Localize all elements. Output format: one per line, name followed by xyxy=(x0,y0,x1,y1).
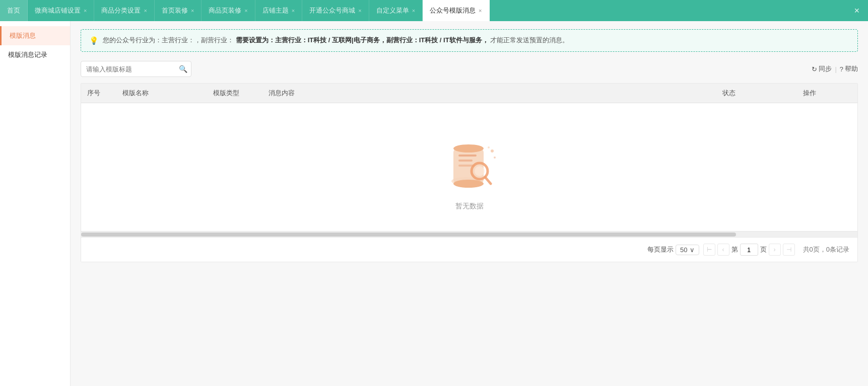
empty-text: 暂无数据 xyxy=(455,202,484,211)
main-content: 💡 您的公众号行业为：主营行业：，副营行业： 需要设置为：主营行业：IT科技 /… xyxy=(71,21,868,386)
tab-custommenu-label: 自定义菜单 xyxy=(376,6,409,15)
banner-prefix: 您的公众号行业为：主营行业：，副营行业： xyxy=(103,36,234,44)
tab-productpage-label: 商品页装修 xyxy=(209,6,241,15)
col-action: 操作 xyxy=(797,84,857,103)
total-info: 共0页，0条记录 xyxy=(803,245,849,254)
tab-productpage-close[interactable]: × xyxy=(244,8,247,14)
global-close-button[interactable]: ✕ xyxy=(846,7,868,15)
sidebar-item-template-msg-log[interactable]: 模版消息记录 xyxy=(0,45,70,64)
tab-homepage-label: 首页装修 xyxy=(162,6,188,15)
search-bar: 🔍 ↻ 同步 | ? 帮助 xyxy=(81,61,858,77)
empty-illustration xyxy=(439,133,500,194)
help-button[interactable]: ? 帮助 xyxy=(840,64,858,73)
tab-productpage[interactable]: 商品页装修 × xyxy=(202,0,255,21)
tab-weishop-close[interactable]: × xyxy=(84,8,87,14)
top-navigation: 首页 微商城店铺设置 × 商品分类设置 × 首页装修 × 商品页装修 × 店铺主… xyxy=(0,0,868,21)
tab-shoptheme-label: 店铺主题 xyxy=(262,6,289,15)
svg-point-12 xyxy=(488,146,490,148)
tab-templatemsg[interactable]: 公众号模版消息 × xyxy=(423,0,489,21)
tab-templatemsg-label: 公众号模版消息 xyxy=(430,6,476,15)
svg-point-3 xyxy=(453,180,484,188)
prev-page-button[interactable]: ‹ xyxy=(717,244,729,256)
tab-custommenu-close[interactable]: × xyxy=(412,8,415,14)
tab-custommenu[interactable]: 自定义菜单 × xyxy=(369,0,423,21)
page-input[interactable] xyxy=(740,244,758,256)
svg-point-8 xyxy=(475,166,485,176)
help-label: 帮助 xyxy=(845,64,858,73)
page-label: 第 xyxy=(731,245,738,254)
scrollbar-thumb xyxy=(81,233,736,237)
svg-point-2 xyxy=(453,144,484,152)
tab-category[interactable]: 商品分类设置 × xyxy=(94,0,154,21)
tab-shoptheme-close[interactable]: × xyxy=(292,8,295,14)
sync-icon: ↻ xyxy=(812,65,817,73)
page-size-select: 每页显示 50 ∨ xyxy=(647,245,699,255)
banner-highlight: 需要设置为：主营行业：IT科技 / 互联网|电子商务，副营行业：IT科技 / I… xyxy=(236,36,489,44)
tab-weishop[interactable]: 微商城店铺设置 × xyxy=(28,0,94,21)
tab-home-label: 首页 xyxy=(7,6,20,15)
data-table: 序号 模版名称 模版类型 消息内容 状态 操作 xyxy=(81,83,858,262)
search-input[interactable] xyxy=(81,61,191,77)
sidebar-item-template-msg-label: 模版消息 xyxy=(10,32,36,39)
search-icon[interactable]: 🔍 xyxy=(179,65,187,73)
tab-home[interactable]: 首页 xyxy=(0,0,28,21)
main-layout: 模版消息 模版消息记录 💡 您的公众号行业为：主营行业：，副营行业： 需要设置为… xyxy=(0,21,868,386)
toolbar-divider: | xyxy=(835,65,836,73)
chevron-down-icon: ∨ xyxy=(690,246,695,254)
table-scrollbar[interactable] xyxy=(81,231,857,237)
tab-templatemsg-close[interactable]: × xyxy=(479,8,482,14)
tab-homepage-close[interactable]: × xyxy=(191,8,194,14)
page-size-value: 50 xyxy=(680,246,687,254)
page-size-dropdown[interactable]: 50 ∨ xyxy=(676,245,699,255)
svg-rect-5 xyxy=(458,160,473,162)
col-name: 模版名称 xyxy=(116,84,207,103)
search-left: 🔍 xyxy=(81,61,191,77)
col-type: 模版类型 xyxy=(207,84,262,103)
col-index: 序号 xyxy=(81,84,116,103)
svg-line-9 xyxy=(485,177,491,184)
last-page-button[interactable]: ⊣ xyxy=(783,244,795,256)
tab-openshop-close[interactable]: × xyxy=(358,8,361,14)
svg-rect-4 xyxy=(458,155,477,157)
info-banner: 💡 您的公众号行业为：主营行业：，副营行业： 需要设置为：主营行业：IT科技 /… xyxy=(81,29,858,52)
sync-label: 同步 xyxy=(819,64,832,73)
tab-category-label: 商品分类设置 xyxy=(101,6,141,15)
pagination: 每页显示 50 ∨ ⊢ ‹ 第 页 › ⊣ 共0页，0条记录 xyxy=(81,237,857,262)
table-header: 序号 模版名称 模版类型 消息内容 状态 操作 xyxy=(81,84,857,103)
search-input-wrap: 🔍 xyxy=(81,61,191,77)
next-page-button[interactable]: › xyxy=(769,244,781,256)
tab-openshop-label: 开通公众号商城 xyxy=(309,6,355,15)
empty-state: 暂无数据 xyxy=(81,103,857,231)
tab-weishop-label: 微商城店铺设置 xyxy=(35,6,81,15)
col-content: 消息内容 xyxy=(262,84,716,103)
sidebar: 模版消息 模版消息记录 xyxy=(0,21,71,386)
col-status: 状态 xyxy=(716,84,797,103)
svg-point-10 xyxy=(491,149,494,152)
sidebar-item-template-msg-log-label: 模版消息记录 xyxy=(8,51,47,58)
page-unit: 页 xyxy=(760,245,767,254)
page-size-label: 每页显示 xyxy=(647,245,674,254)
sync-button[interactable]: ↻ 同步 xyxy=(812,64,832,73)
svg-point-11 xyxy=(494,157,496,159)
tab-category-close[interactable]: × xyxy=(144,8,147,14)
lightbulb-icon: 💡 xyxy=(89,36,99,45)
tab-openshop[interactable]: 开通公众号商城 × xyxy=(302,0,369,21)
tab-shoptheme[interactable]: 店铺主题 × xyxy=(255,0,302,21)
tab-homepage[interactable]: 首页装修 × xyxy=(155,0,202,21)
banner-text: 您的公众号行业为：主营行业：，副营行业： 需要设置为：主营行业：IT科技 / 互… xyxy=(103,36,569,45)
toolbar-right: ↻ 同步 | ? 帮助 xyxy=(812,64,858,73)
page-navigation: ⊢ ‹ 第 页 › ⊣ xyxy=(703,244,795,256)
sidebar-item-template-msg[interactable]: 模版消息 xyxy=(0,26,70,45)
help-icon: ? xyxy=(840,65,843,73)
first-page-button[interactable]: ⊢ xyxy=(703,244,715,256)
banner-suffix: 才能正常发送预置的消息。 xyxy=(490,36,569,44)
